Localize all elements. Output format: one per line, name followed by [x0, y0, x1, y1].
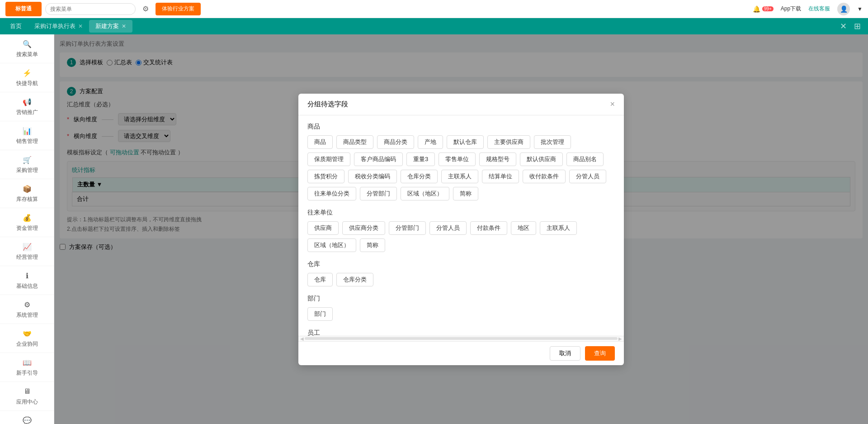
field-tag-spec[interactable]: 规格型号 — [479, 152, 516, 166]
sidebar-marketing-label: 营销推广 — [16, 109, 38, 116]
field-tag-retail-unit[interactable]: 零售单位 — [439, 152, 476, 166]
top-bar: 标普通 ⚙ 体验行业方案 🔔 99+ App下载 在线客服 👤 ▼ — [0, 0, 868, 18]
field-tag-area[interactable]: 地区 — [511, 221, 536, 235]
sidebar-basic-info-label: 基础信息 — [16, 282, 38, 290]
section-goods: 商品 商品 商品类型 商品分类 产地 默认仓库 主要供应商 批次管理 保质期管理… — [307, 123, 615, 200]
field-tag-supplier[interactable]: 供应商 — [307, 221, 339, 235]
sidebar-item-wechat[interactable]: 💬 企业微信 — [0, 411, 54, 424]
field-tag-p-contact[interactable]: 主联系人 — [540, 221, 577, 235]
modal-backdrop[interactable]: 分组待选字段 × 商品 商品 商品类型 商品分类 产地 默认仓库 主要供应商 — [54, 34, 868, 424]
sidebar-item-guide[interactable]: 📖 新手引导 — [0, 353, 54, 382]
section-partner-title: 往来单位 — [307, 209, 615, 217]
sidebar-guide-label: 新手引导 — [16, 369, 38, 377]
field-tag-p-manager[interactable]: 分管人员 — [429, 221, 467, 235]
user-avatar[interactable]: 👤 — [837, 3, 850, 15]
modal-close-btn[interactable]: × — [610, 100, 615, 108]
field-tag-alias[interactable]: 商品别名 — [566, 152, 604, 166]
section-warehouse: 仓库 仓库 仓库分类 — [307, 260, 615, 286]
sidebar-item-inventory[interactable]: 📦 库存核算 — [0, 179, 54, 208]
sidebar-quicknav-label: 快捷导航 — [16, 80, 38, 87]
confirm-button[interactable]: 查询 — [585, 346, 615, 361]
tab-new-scheme[interactable]: 新建方案 ✕ — [89, 20, 132, 33]
user-menu-arrow[interactable]: ▼ — [857, 6, 863, 12]
hscroll-track[interactable] — [305, 337, 618, 340]
field-tag-batch[interactable]: 批次管理 — [534, 135, 571, 149]
field-tag-points[interactable]: 拣货积分 — [307, 170, 344, 183]
sidebar-item-marketing[interactable]: 📢 营销推广 — [0, 92, 54, 121]
field-tag-goods-type[interactable]: 商品类型 — [336, 135, 373, 149]
sidebar-item-basic-info[interactable]: ℹ 基础信息 — [0, 266, 54, 295]
field-tag-partner-category[interactable]: 往来单位分类 — [307, 187, 356, 200]
field-tag-region[interactable]: 区域（地区） — [401, 187, 449, 200]
field-tag-settle-unit[interactable]: 结算单位 — [482, 170, 519, 183]
finance-icon: 💰 — [22, 213, 32, 223]
tab-purchase-exec-close[interactable]: ✕ — [78, 23, 83, 29]
sidebar-purchase-label: 采购管理 — [16, 167, 38, 174]
operations-icon: 📈 — [22, 242, 32, 252]
sidebar-item-search[interactable]: 🔍 搜索菜单 — [0, 34, 54, 63]
top-bar-right: 🔔 99+ App下载 在线客服 👤 ▼ — [753, 3, 863, 15]
field-tag-default-warehouse[interactable]: 默认仓库 — [447, 135, 484, 149]
field-tag-goods[interactable]: 商品 — [307, 135, 333, 149]
field-tag-wh-cat[interactable]: 仓库分类 — [336, 273, 373, 286]
field-tag-dept[interactable]: 分管部门 — [360, 187, 397, 200]
search-icon: 🔍 — [22, 39, 32, 49]
sidebar-system-label: 系统管理 — [16, 311, 38, 319]
field-tag-weight[interactable]: 重量3 — [406, 152, 435, 166]
field-tag-main-supplier[interactable]: 主要供应商 — [487, 135, 530, 149]
collab-icon: 🤝 — [22, 329, 32, 338]
app-logo: 标普通 — [5, 2, 42, 16]
cancel-button[interactable]: 取消 — [550, 346, 580, 361]
field-tag-tax-code[interactable]: 税收分类编码 — [348, 170, 397, 183]
sidebar-item-operations[interactable]: 📈 经营管理 — [0, 237, 54, 266]
field-tag-supplier-cat[interactable]: 供应商分类 — [342, 221, 385, 235]
sidebar-item-system[interactable]: ⚙ 系统管理 — [0, 295, 54, 324]
section-partner-fields: 供应商 供应商分类 分管部门 分管人员 付款条件 地区 主联系人 区域（地区） … — [307, 221, 615, 252]
sidebar-search-label: 搜索菜单 — [16, 51, 38, 58]
sidebar-item-sales[interactable]: 📊 销售管理 — [0, 121, 54, 150]
field-tag-manager[interactable]: 分管人员 — [569, 170, 606, 183]
field-tag-warehouse-category[interactable]: 仓库分类 — [401, 170, 438, 183]
field-tag-expiry[interactable]: 保质期管理 — [307, 152, 350, 166]
section-warehouse-fields: 仓库 仓库分类 — [307, 273, 615, 286]
sidebar-item-appcenter[interactable]: 🖥 应用中心 — [0, 382, 54, 411]
field-tag-short-name[interactable]: 简称 — [453, 187, 478, 200]
section-goods-title: 商品 — [307, 123, 615, 131]
basic-info-icon: ℹ — [22, 271, 32, 281]
modal-header: 分组待选字段 × — [298, 94, 624, 115]
tab-bar-close[interactable]: ✕ — [836, 21, 850, 31]
field-tag-origin[interactable]: 产地 — [418, 135, 443, 149]
field-tag-wh[interactable]: 仓库 — [307, 273, 333, 286]
system-icon: ⚙ — [22, 300, 32, 310]
layout: 🔍 搜索菜单 ⚡ 快捷导航 📢 营销推广 📊 销售管理 🛒 采购管理 📦 库存核… — [0, 34, 868, 424]
sidebar-item-quicknav[interactable]: ⚡ 快捷导航 — [0, 63, 54, 92]
sidebar-inventory-label: 库存核算 — [16, 195, 38, 203]
sidebar-item-finance[interactable]: 💰 资金管理 — [0, 208, 54, 237]
tab-home[interactable]: 首页 — [4, 20, 28, 33]
sidebar-item-purchase[interactable]: 🛒 采购管理 — [0, 150, 54, 179]
field-tag-default-supplier[interactable]: 默认供应商 — [520, 152, 563, 166]
tab-purchase-exec[interactable]: 采购订单执行表 ✕ — [28, 20, 89, 33]
search-input[interactable] — [45, 3, 136, 15]
notification-area[interactable]: 🔔 99+ — [753, 5, 774, 13]
tab-new-scheme-close[interactable]: ✕ — [122, 23, 126, 29]
wechat-icon: 💬 — [22, 415, 32, 424]
sidebar-item-collab[interactable]: 🤝 企业协同 — [0, 324, 54, 353]
field-tag-p-region[interactable]: 区域（地区） — [307, 238, 356, 252]
field-tag-payment-terms[interactable]: 收付款条件 — [523, 170, 566, 183]
sidebar: 🔍 搜索菜单 ⚡ 快捷导航 📢 营销推广 📊 销售管理 🛒 采购管理 📦 库存核… — [0, 34, 54, 424]
field-tag-main-contact[interactable]: 主联系人 — [441, 170, 478, 183]
tab-bar-expand[interactable]: ⊞ — [850, 21, 864, 31]
field-tag-customer-code[interactable]: 客户商品编码 — [354, 152, 403, 166]
online-service-link[interactable]: 在线客服 — [808, 5, 830, 13]
modal-footer: 取消 查询 — [298, 341, 624, 365]
section-department: 部门 部门 — [307, 295, 615, 321]
field-tag-p-dept[interactable]: 分管部门 — [389, 221, 426, 235]
field-tag-goods-category[interactable]: 商品分类 — [377, 135, 414, 149]
field-tag-payment-cond[interactable]: 付款条件 — [470, 221, 507, 235]
experience-btn[interactable]: 体验行业方案 — [156, 3, 201, 15]
gear-icon[interactable]: ⚙ — [139, 3, 152, 15]
field-tag-p-short[interactable]: 简称 — [360, 238, 385, 252]
app-download-link[interactable]: App下载 — [781, 5, 801, 13]
field-tag-d-dept[interactable]: 部门 — [307, 307, 333, 321]
